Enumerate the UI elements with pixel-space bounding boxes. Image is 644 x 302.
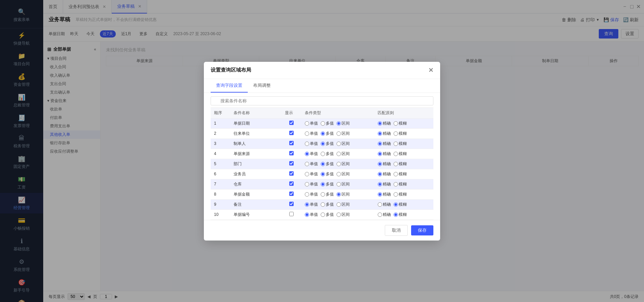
type-radio-label[interactable]: 多值 [321,171,334,177]
type-radio-label[interactable]: 多值 [321,212,334,218]
type-radio-range[interactable] [337,162,341,166]
match-radio-fuzzy[interactable] [394,192,398,197]
match-radio-precise[interactable] [378,152,382,156]
display-checkbox[interactable] [289,212,294,216]
match-radio-fuzzy[interactable] [394,202,398,207]
match-radio-precise[interactable] [378,172,382,176]
match-radio-precise[interactable] [378,131,382,136]
type-radio-label[interactable]: 单值 [305,171,318,177]
type-radio-label[interactable]: 区间 [337,161,350,167]
match-radio-label[interactable]: 精确 [378,151,391,157]
type-radio-label[interactable]: 区间 [337,151,350,157]
type-radio-label[interactable]: 区间 [337,121,350,126]
match-radio-label[interactable]: 精确 [378,212,391,218]
type-radio-label[interactable]: 单值 [305,212,318,218]
display-checkbox[interactable] [289,202,294,206]
match-radio-label[interactable]: 精确 [378,141,391,147]
match-radio-label[interactable]: 模糊 [394,121,407,126]
match-radio-fuzzy[interactable] [394,172,398,176]
match-radio-fuzzy[interactable] [394,131,398,136]
type-radio-label[interactable]: 区间 [337,171,350,177]
type-radio-label[interactable]: 区间 [337,202,350,207]
type-radio-single[interactable] [305,182,309,186]
type-radio-label[interactable]: 多值 [321,181,334,187]
match-radio-precise[interactable] [378,202,382,207]
display-checkbox[interactable] [289,181,294,186]
type-radio-label[interactable]: 多值 [321,202,334,207]
type-radio-range[interactable] [337,192,341,197]
match-radio-label[interactable]: 模糊 [394,131,407,136]
type-radio-single[interactable] [305,162,309,166]
type-radio-label[interactable]: 单值 [305,131,318,136]
match-radio-fuzzy[interactable] [394,182,398,186]
match-radio-label[interactable]: 精确 [378,192,391,197]
display-checkbox[interactable] [289,161,294,166]
display-checkbox[interactable] [289,121,294,125]
type-radio-range[interactable] [337,182,341,186]
type-radio-multi[interactable] [321,152,325,156]
match-radio-precise[interactable] [378,121,382,126]
type-radio-multi[interactable] [321,142,325,146]
modal-close-button[interactable]: ✕ [428,67,433,74]
type-radio-range[interactable] [337,202,341,207]
type-radio-label[interactable]: 区间 [337,212,350,218]
type-radio-label[interactable]: 多值 [321,151,334,157]
display-checkbox[interactable] [289,131,294,135]
type-radio-multi[interactable] [321,192,325,197]
type-radio-label[interactable]: 多值 [321,141,334,147]
type-radio-single[interactable] [305,142,309,146]
type-radio-label[interactable]: 区间 [337,192,350,197]
type-radio-label[interactable]: 单值 [305,161,318,167]
type-radio-single[interactable] [305,131,309,136]
type-radio-multi[interactable] [321,172,325,176]
match-radio-precise[interactable] [378,192,382,197]
type-radio-label[interactable]: 区间 [337,181,350,187]
match-radio-label[interactable]: 模糊 [394,181,407,187]
modal-save-button[interactable]: 保存 [411,225,433,235]
type-radio-single[interactable] [305,192,309,197]
modal-search-input[interactable] [211,96,433,105]
type-radio-label[interactable]: 单值 [305,151,318,157]
match-radio-label[interactable]: 精确 [378,161,391,167]
type-radio-label[interactable]: 多值 [321,131,334,136]
modal-tab-layout[interactable]: 布局调整 [248,79,276,93]
type-radio-single[interactable] [305,172,309,176]
display-checkbox[interactable] [289,141,294,145]
match-radio-precise[interactable] [378,142,382,146]
type-radio-label[interactable]: 区间 [337,131,350,136]
match-radio-precise[interactable] [378,212,382,217]
match-radio-label[interactable]: 模糊 [394,141,407,147]
type-radio-multi[interactable] [321,162,325,166]
match-radio-label[interactable]: 模糊 [394,161,407,167]
match-radio-label[interactable]: 精确 [378,121,391,126]
type-radio-label[interactable]: 区间 [337,141,350,147]
match-radio-label[interactable]: 精确 [378,131,391,136]
type-radio-multi[interactable] [321,131,325,136]
type-radio-range[interactable] [337,121,341,126]
match-radio-precise[interactable] [378,182,382,186]
match-radio-label[interactable]: 模糊 [394,202,407,207]
type-radio-label[interactable]: 单值 [305,141,318,147]
type-radio-range[interactable] [337,131,341,136]
type-radio-label[interactable]: 单值 [305,121,318,126]
type-radio-label[interactable]: 单值 [305,192,318,197]
type-radio-single[interactable] [305,202,309,207]
display-checkbox[interactable] [289,171,294,176]
match-radio-fuzzy[interactable] [394,142,398,146]
display-checkbox[interactable] [289,192,294,196]
type-radio-label[interactable]: 多值 [321,121,334,126]
match-radio-label[interactable]: 精确 [378,202,391,207]
match-radio-fuzzy[interactable] [394,152,398,156]
match-radio-fuzzy[interactable] [394,121,398,126]
modal-tab-query[interactable]: 查询字段设置 [211,79,248,93]
type-radio-multi[interactable] [321,182,325,186]
match-radio-fuzzy[interactable] [394,212,398,217]
match-radio-label[interactable]: 模糊 [394,192,407,197]
type-radio-range[interactable] [337,152,341,156]
match-radio-precise[interactable] [378,162,382,166]
type-radio-multi[interactable] [321,121,325,126]
type-radio-range[interactable] [337,212,341,217]
match-radio-label[interactable]: 模糊 [394,212,407,218]
type-radio-label[interactable]: 多值 [321,192,334,197]
type-radio-range[interactable] [337,142,341,146]
